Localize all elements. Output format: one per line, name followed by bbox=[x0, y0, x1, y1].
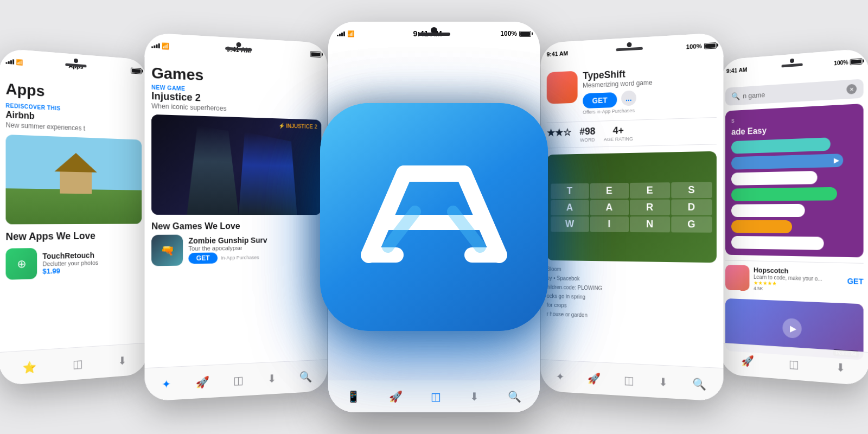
app-store-icon-shape bbox=[369, 174, 499, 255]
tab-featured-left2[interactable]: ✦ bbox=[162, 377, 171, 391]
touchretouch-item: ⊕ TouchRetouch Declutter your photos $1.… bbox=[5, 246, 142, 280]
featured-tab-icon: 📱 bbox=[347, 390, 360, 403]
tab-updates-left1[interactable]: ⬇ bbox=[118, 354, 127, 367]
camera-dot-left1 bbox=[74, 59, 78, 63]
game-subtitle: ade Easy bbox=[731, 122, 857, 137]
signal-bars-left1 bbox=[5, 58, 14, 64]
search-text: n game bbox=[743, 91, 765, 100]
search-icon-right2: 🔍 bbox=[692, 376, 706, 391]
tab-layers-right1[interactable]: ◫ bbox=[789, 357, 800, 371]
games-screen: Games NEW GAME Injustice 2 When iconic s… bbox=[145, 57, 328, 401]
rank-value: #98 bbox=[579, 126, 595, 138]
search-icon-tab: 🔍 bbox=[299, 370, 312, 384]
game-bar-teal bbox=[731, 137, 831, 154]
new-games-section: New Games We Love bbox=[151, 221, 321, 232]
signal-bar-1 bbox=[5, 62, 7, 64]
signal-bars-center bbox=[337, 31, 345, 36]
tab-download-left2[interactable]: ⬇ bbox=[267, 372, 276, 385]
download-icon-right1: ⬇ bbox=[836, 360, 845, 374]
hopscotch-icon bbox=[725, 265, 749, 291]
tab-bar-center: 📱 🚀 ◫ ⬇ 🔍 bbox=[328, 380, 540, 412]
time-right2: 9:41 AM bbox=[547, 50, 568, 58]
bar2 bbox=[154, 46, 155, 48]
featured-icon-right2: ✦ bbox=[556, 370, 565, 383]
battery-pct-right1: 100% bbox=[834, 59, 848, 66]
ground bbox=[5, 188, 142, 224]
tab-layers-left2[interactable]: ◫ bbox=[234, 373, 244, 387]
tab-featured-right1[interactable]: 🚀 bbox=[741, 354, 754, 367]
rank-category: Word bbox=[579, 137, 595, 143]
tab-rocket-center[interactable]: 🚀 bbox=[389, 390, 403, 403]
bar1 bbox=[151, 46, 153, 48]
center-app-content bbox=[328, 50, 540, 63]
app-store-icon-main bbox=[320, 103, 548, 331]
battery-left2 bbox=[310, 51, 322, 58]
tab-download-right1[interactable]: ⬇ bbox=[836, 360, 845, 374]
tab-search-center[interactable]: 🔍 bbox=[508, 390, 521, 403]
search-tab-icon: 🔍 bbox=[508, 390, 521, 403]
layers-icon-right2: ◫ bbox=[624, 373, 635, 387]
bar4 bbox=[158, 43, 160, 48]
word-game-image: T E E S A A R D W I N G bbox=[547, 151, 717, 263]
hopscotch-get-button[interactable]: GET bbox=[847, 277, 864, 286]
superman-silhouette bbox=[239, 132, 297, 215]
typeshift-get-button[interactable]: GET bbox=[583, 92, 617, 108]
word-cell-N: N bbox=[630, 216, 670, 232]
word-cell-G: G bbox=[671, 216, 712, 232]
typeshift-more-button[interactable]: ... bbox=[621, 90, 636, 106]
tab-layers-right2[interactable]: ◫ bbox=[624, 373, 635, 387]
game-bar-blue: ▶ bbox=[731, 154, 844, 170]
game-bar-green bbox=[731, 187, 837, 201]
c-bar4 bbox=[343, 31, 345, 36]
tab-rocket-right2[interactable]: 🚀 bbox=[588, 372, 601, 385]
rocket-icon-tab: 🚀 bbox=[196, 375, 209, 389]
arrow-icon-blue: ▶ bbox=[834, 156, 839, 164]
zombie-get-button[interactable]: GET bbox=[188, 252, 217, 264]
updates-icon-left1: ⬇ bbox=[118, 354, 127, 367]
tab-layers-center[interactable]: ◫ bbox=[431, 390, 441, 403]
battery-right2 bbox=[704, 42, 717, 49]
injustice-image: ⚡ INJUSTICE 2 bbox=[151, 114, 321, 215]
word-grid: T E E S A A R D W I N G bbox=[547, 177, 717, 237]
tab-search-left2[interactable]: 🔍 bbox=[299, 370, 312, 384]
c-bar3 bbox=[341, 33, 343, 36]
colorful-game-area: s ade Easy ▶ bbox=[725, 104, 864, 258]
word-cell-E2: E bbox=[630, 182, 670, 199]
battery-fill-left1 bbox=[132, 68, 141, 73]
new-apps-section-title: New Apps We Love bbox=[5, 230, 142, 242]
battery-percent-center: 100% bbox=[500, 30, 517, 37]
star-value: ★★☆ bbox=[547, 126, 571, 139]
tab-download-right2[interactable]: ⬇ bbox=[659, 375, 668, 388]
clear-icon[interactable]: ✕ bbox=[846, 84, 857, 94]
battery-center bbox=[519, 31, 531, 37]
hut-roof bbox=[54, 152, 97, 173]
app-store-svg-main bbox=[358, 141, 510, 293]
tab-featured-left1[interactable]: ⭐ bbox=[22, 360, 36, 374]
phone-right2: 9:41 AM 100% TypeShift Mesmerizing word … bbox=[540, 33, 723, 401]
bar3 bbox=[156, 44, 157, 48]
game-bar-white1 bbox=[731, 171, 818, 186]
tab-download-center[interactable]: ⬇ bbox=[470, 390, 479, 403]
word-cell-A: A bbox=[551, 200, 589, 215]
search-bar-right1[interactable]: 🔍 n game ✕ bbox=[725, 79, 864, 106]
tab-search-right2[interactable]: 🔍 bbox=[692, 376, 706, 391]
zombie-game-item: 🔫 Zombie Gunship Surv Tour the apocalyps… bbox=[151, 234, 321, 266]
featured-icon-left1: ⭐ bbox=[22, 360, 36, 374]
tab-categories-left1[interactable]: ◫ bbox=[73, 357, 84, 371]
age-value: 4+ bbox=[604, 125, 633, 137]
touchretouch-icon: ⊕ bbox=[5, 248, 37, 280]
zombie-desc: Tour the apocalypse bbox=[188, 244, 321, 252]
battery-pct-right2: 100% bbox=[686, 43, 702, 50]
zombie-iap: In-App Purchases bbox=[221, 255, 259, 261]
game-bar-orange bbox=[731, 220, 792, 233]
tab-featured-right2[interactable]: ✦ bbox=[556, 370, 565, 383]
wifi-center: 📶 bbox=[347, 30, 355, 37]
layers-tab-icon: ◫ bbox=[431, 390, 441, 403]
game-bar-white2 bbox=[731, 204, 805, 217]
tab-rocket-left2[interactable]: 🚀 bbox=[196, 375, 209, 389]
phone-right1: 9:41 AM 100% 🔍 n game ✕ s bbox=[720, 48, 868, 386]
typeshift-header: TypeShift Mesmerizing word game GET ... … bbox=[547, 64, 717, 116]
zombie-icon: 🔫 bbox=[151, 235, 183, 266]
tab-featured-center[interactable]: 📱 bbox=[347, 390, 360, 403]
game-bars-container: ▶ bbox=[731, 136, 857, 250]
